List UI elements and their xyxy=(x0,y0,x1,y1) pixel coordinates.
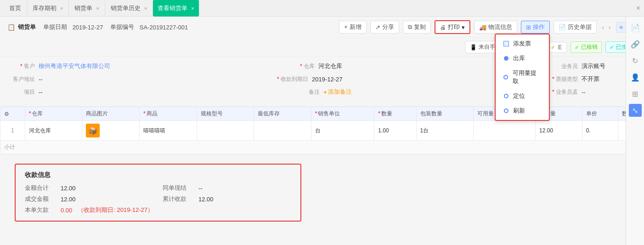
ops-menu-item-add-invoice-label: 添发票 xyxy=(513,40,531,48)
sidebar-table-icon[interactable]: ⊞ xyxy=(629,87,642,100)
window-close-button[interactable]: × xyxy=(636,4,640,12)
ticket-label: 票据类型 xyxy=(550,75,578,83)
row-qty: 1.00 xyxy=(374,121,416,141)
tab-sales-close[interactable]: × xyxy=(96,6,99,11)
view-list-button[interactable]: ≡ xyxy=(616,23,626,32)
col-settings[interactable]: ⚙ xyxy=(0,107,25,121)
tab-inventory[interactable]: 库存期初 × xyxy=(27,0,69,17)
ops-menu-item-outbound[interactable]: 出库 xyxy=(496,51,549,66)
right-sidebar: 📄 🔗 ↻ 👤 ⊞ ⤡ xyxy=(626,17,644,231)
tab-view-order[interactable]: 查看销货单 × xyxy=(153,0,199,17)
copy-button[interactable]: ⧉ 复制 xyxy=(403,21,431,34)
tab-history-label: 销货单历史 xyxy=(111,4,141,12)
outbound-icon xyxy=(503,55,509,62)
payment-wrapper: 收款信息 金额合计 12.00 同单现结 -- 成交金额 12.00 xyxy=(0,154,644,231)
tab-history-close[interactable]: × xyxy=(144,6,147,11)
check-icon: ✓ xyxy=(575,44,579,51)
new-button[interactable]: + 新增 xyxy=(339,21,366,34)
col-min-stock: 最低库存 xyxy=(254,107,311,121)
ops-menu-item-add-invoice[interactable]: 添发票 xyxy=(496,36,549,51)
row-min-stock xyxy=(254,121,311,141)
payment-same-order-row: 同单现结 -- xyxy=(163,184,291,192)
payment-total-label: 金额合计 xyxy=(25,184,57,192)
tab-home-label: 首页 xyxy=(9,4,21,12)
address-value: -- xyxy=(39,76,94,83)
payment-transaction-row: 成交金额 12.00 xyxy=(25,195,153,203)
payment-section: 收款信息 金额合计 12.00 同单现结 -- 成交金额 12.00 xyxy=(15,164,301,222)
ops-button[interactable]: ⊞ 操作 xyxy=(521,21,550,34)
customer-value[interactable]: 柳州粤港平安气体有限公司 xyxy=(39,62,110,70)
doc-title: 📋 销货单 xyxy=(7,23,36,31)
status-sold-badge: ✓ 已核销 xyxy=(571,41,602,53)
share-button[interactable]: ↗ 分享 xyxy=(370,21,399,34)
ops-menu-item-locate[interactable]: 定位 xyxy=(496,89,549,103)
check2-icon: ✓ xyxy=(610,44,614,51)
due-date-value: 2019-12-27 xyxy=(312,76,367,83)
copy-icon: ⧉ xyxy=(408,23,412,31)
payment-arrears-row: 本单欠款 0.00 （收款到期日: 2019-12-27） xyxy=(25,206,153,214)
payment-title: 收款信息 xyxy=(25,171,291,179)
available-icon xyxy=(503,74,509,80)
ops-menu-item-available-label: 可用量提取 xyxy=(513,69,542,85)
payment-total-value: 12.00 xyxy=(61,185,76,192)
payment-same-order-label: 同单现结 xyxy=(163,184,195,192)
add-note-button[interactable]: 添加备注 xyxy=(323,88,352,96)
history-button[interactable]: 📄 历史单据 xyxy=(554,21,597,34)
tab-inventory-close[interactable]: × xyxy=(60,6,63,11)
box-icon: 📦 xyxy=(88,126,97,135)
sidebar-user-icon[interactable]: 👤 xyxy=(629,71,642,84)
doc-number-label: 单据编号 SA-20191227-001 xyxy=(110,23,188,31)
row-product: 嘻嘻嘻嘻 xyxy=(139,121,197,141)
doc-icon: 📋 xyxy=(7,23,15,31)
row-price: 0. xyxy=(582,121,618,141)
tab-view-order-close[interactable]: × xyxy=(191,6,194,11)
doc-number-value: SA-20191227-001 xyxy=(140,24,188,31)
col-unit: *销售单位 xyxy=(311,107,374,121)
tab-view-order-label: 查看销货单 xyxy=(158,4,187,12)
tab-inventory-label: 库存期初 xyxy=(33,4,56,12)
tab-sales-label: 销货单 xyxy=(74,4,92,12)
tab-bar: 首页 库存期初 × 销货单 × 销货单历史 × 查看销货单 × × xyxy=(0,0,644,17)
ops-menu-item-available[interactable]: 可用量提取 xyxy=(496,66,549,89)
row-num: 1 xyxy=(0,121,25,141)
project-label: 项目 xyxy=(7,88,35,96)
phone-icon: 📱 xyxy=(470,44,477,51)
ops-menu-item-locate-label: 定位 xyxy=(513,92,525,100)
doc-meta: 单据日期 2019-12-27 单据编号 SA-20191227-001 xyxy=(43,23,188,31)
ops-menu-item-refresh[interactable]: 刷新 xyxy=(496,103,549,118)
ops-dropdown-menu: 添发票 出库 可用量提取 定位 xyxy=(495,34,550,121)
row-image: 📦 xyxy=(82,121,140,141)
sidebar-refresh-icon[interactable]: ↻ xyxy=(629,54,642,67)
nav-arrows: ‹ › xyxy=(600,23,613,32)
doc-date-value: 2019-12-27 xyxy=(73,24,103,31)
tab-history[interactable]: 销货单历史 × xyxy=(105,0,153,17)
staff-label: 业务员孟 xyxy=(550,88,578,96)
ops-dropdown-wrapper: ⊞ 操作 添发票 出库 可用 xyxy=(521,21,550,34)
payment-transaction-value: 12.00 xyxy=(61,196,76,203)
payment-arrears-value: 0.00 xyxy=(61,207,72,214)
col-qty: *数量 xyxy=(374,107,416,121)
row-pack-qty: 1台 xyxy=(416,121,474,141)
logistics-button[interactable]: 🚚 物流信息 xyxy=(474,21,517,34)
col-product: *商品 xyxy=(139,107,197,121)
share-icon: ↗ xyxy=(375,24,380,31)
tab-sales[interactable]: 销货单 × xyxy=(69,0,105,17)
logistics-icon: 🚚 xyxy=(479,24,486,31)
tab-home[interactable]: 首页 xyxy=(4,0,27,17)
print-dropdown-icon: ▾ xyxy=(462,24,465,31)
payment-arrears-label: 本单欠款 xyxy=(25,206,57,214)
table-row: 1 河北仓库 📦 嘻嘻嘻嘻 台 1.00 1台 xyxy=(0,121,644,141)
next-button[interactable]: › xyxy=(607,23,612,32)
sidebar-link-icon[interactable]: 🔗 xyxy=(629,38,642,51)
locate-icon xyxy=(503,93,509,99)
row-unit: 台 xyxy=(311,121,374,141)
payment-due-note: （收款到期日: 2019-12-27） xyxy=(78,206,153,214)
print-button[interactable]: 🖨 打印 ▾ xyxy=(435,20,470,34)
document-header: 📋 销货单 单据日期 2019-12-27 单据编号 SA-20191227-0… xyxy=(0,17,644,38)
sidebar-expand-icon[interactable]: ⤡ xyxy=(629,104,642,117)
row-spec xyxy=(197,121,254,141)
prev-button[interactable]: ‹ xyxy=(600,23,606,32)
sidebar-doc-icon[interactable]: 📄 xyxy=(629,21,642,34)
row-available xyxy=(474,121,536,141)
payment-same-order-value: -- xyxy=(198,185,203,192)
